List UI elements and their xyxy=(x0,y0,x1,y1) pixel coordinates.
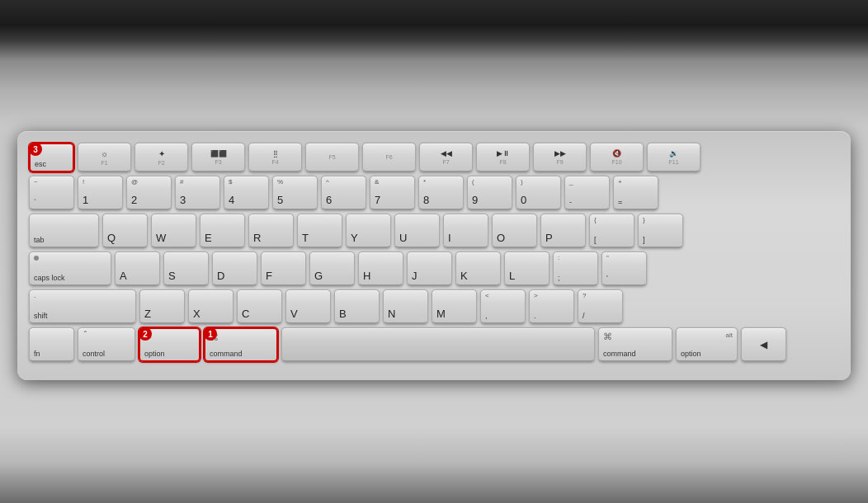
f3-label: F3 xyxy=(215,159,221,165)
f8-key[interactable]: ▶⏸ F8 xyxy=(476,143,530,172)
o-key[interactable]: O xyxy=(492,214,537,248)
f3-key[interactable]: ⬛⬛ F3 xyxy=(191,143,245,172)
z-key[interactable]: Z xyxy=(139,289,185,324)
f11-key[interactable]: 🔉 F11 xyxy=(647,143,701,172)
shift-left-key[interactable]: shift - xyxy=(29,289,136,324)
caret-label: ^ xyxy=(326,179,329,186)
f10-key[interactable]: 🔇 F10 xyxy=(590,143,644,172)
6-label: 6 xyxy=(326,194,332,206)
dollar-label: $ xyxy=(229,179,232,186)
f9-key[interactable]: ▶▶ F9 xyxy=(533,143,587,172)
esc-key[interactable]: 3 esc xyxy=(29,143,74,172)
f1-key[interactable]: ☼ F1 xyxy=(78,143,131,172)
w-key[interactable]: W xyxy=(151,214,196,248)
fn-label: fn xyxy=(34,350,40,358)
slash-key[interactable]: ? / xyxy=(578,289,623,324)
4-label: 4 xyxy=(229,194,234,206)
1-key[interactable]: ! 1 xyxy=(78,176,123,210)
minus-label: - xyxy=(569,199,572,206)
arrow-left-key[interactable]: ◀ xyxy=(741,327,786,362)
g-key[interactable]: G xyxy=(309,252,355,286)
lbracket-key[interactable]: { [ xyxy=(589,214,634,248)
x-key[interactable]: X xyxy=(188,289,234,324)
command-left-key[interactable]: 1 ⌘ command xyxy=(204,327,278,362)
f9-icon: ▶▶ xyxy=(554,149,566,157)
2-label: 2 xyxy=(131,194,137,206)
capslock-key[interactable]: caps lock xyxy=(29,252,111,286)
3-key[interactable]: # 3 xyxy=(175,176,220,210)
k-key[interactable]: K xyxy=(455,252,501,286)
equals-key[interactable]: + = xyxy=(613,176,658,210)
control-key[interactable]: ⌃ control xyxy=(78,327,135,362)
f6-key[interactable]: F6 xyxy=(362,143,416,172)
tab-label: tab xyxy=(34,237,45,244)
0-key[interactable]: ) 0 xyxy=(516,176,561,210)
badge-1: 1 xyxy=(204,327,217,341)
qwerty-row: tab Q W E R T Y U I O P { [ } ] xyxy=(29,214,839,248)
5-key[interactable]: % 5 xyxy=(272,176,318,210)
e-key[interactable]: E xyxy=(200,214,245,248)
l-key[interactable]: L xyxy=(504,252,550,286)
quote-key[interactable]: " ' xyxy=(601,252,647,286)
option-right-key[interactable]: alt option xyxy=(676,327,738,362)
backtick-label: ` xyxy=(34,199,36,206)
option-right-label: option xyxy=(681,350,701,358)
asdf-row: caps lock A S D F G H J K L : ; " ' xyxy=(29,252,839,286)
shift-tilde-label: - xyxy=(34,293,36,300)
a-key[interactable]: A xyxy=(115,252,160,286)
option-left-key[interactable]: 2 alt option xyxy=(139,327,200,362)
semicolon-key[interactable]: : ; xyxy=(553,252,598,286)
exclaim-label: ! xyxy=(83,179,84,186)
at-label: @ xyxy=(131,179,138,186)
command-right-key[interactable]: ⌘ command xyxy=(598,327,672,362)
f1-icon: ☼ xyxy=(101,149,108,158)
f5-label: F5 xyxy=(328,154,335,160)
shift-label: shift xyxy=(34,313,48,320)
m-key[interactable]: M xyxy=(432,289,477,324)
minus-key[interactable]: _ - xyxy=(564,176,610,210)
capslock-label: caps lock xyxy=(34,275,65,282)
equals-label: = xyxy=(618,199,622,206)
control-label: control xyxy=(83,350,105,358)
number-row: ~ ` ! 1 @ 2 # 3 $ 4 % 5 xyxy=(29,176,839,210)
b-key[interactable]: B xyxy=(334,289,380,324)
p-key[interactable]: P xyxy=(540,214,586,248)
h-key[interactable]: H xyxy=(358,252,403,286)
t-key[interactable]: T xyxy=(297,214,342,248)
y-key[interactable]: Y xyxy=(346,214,391,248)
u-key[interactable]: U xyxy=(394,214,440,248)
comma-key[interactable]: < , xyxy=(480,289,526,324)
option-alt-right: alt xyxy=(726,331,733,339)
v-key[interactable]: V xyxy=(285,289,331,324)
i-key[interactable]: I xyxy=(443,214,488,248)
8-key[interactable]: * 8 xyxy=(418,176,464,210)
backtick-key[interactable]: ~ ` xyxy=(29,176,74,210)
f2-label: F2 xyxy=(158,160,164,166)
4-key[interactable]: $ 4 xyxy=(224,176,269,210)
j-key[interactable]: J xyxy=(407,252,452,286)
f11-label: F11 xyxy=(668,159,678,165)
f7-label: F7 xyxy=(442,159,449,165)
f7-key[interactable]: ◀◀ F7 xyxy=(419,143,473,172)
f-key[interactable]: F xyxy=(261,252,306,286)
q-key[interactable]: Q xyxy=(102,214,148,248)
2-key[interactable]: @ 2 xyxy=(126,176,172,210)
hash-label: # xyxy=(180,179,183,186)
f4-icon: ⣿ xyxy=(273,150,278,157)
6-key[interactable]: ^ 6 xyxy=(321,176,366,210)
f5-key[interactable]: F5 xyxy=(305,143,359,172)
rbracket-key[interactable]: } ] xyxy=(638,214,683,248)
fn-key[interactable]: fn xyxy=(29,327,74,362)
period-key[interactable]: > . xyxy=(529,289,574,324)
7-key[interactable]: & 7 xyxy=(370,176,415,210)
f2-key[interactable]: ✦ F2 xyxy=(134,143,188,172)
9-key[interactable]: ( 9 xyxy=(467,176,512,210)
d-key[interactable]: D xyxy=(212,252,257,286)
r-key[interactable]: R xyxy=(248,214,294,248)
s-key[interactable]: S xyxy=(163,252,209,286)
tab-key[interactable]: tab xyxy=(29,214,99,248)
c-key[interactable]: C xyxy=(237,289,282,324)
spacebar-key[interactable] xyxy=(281,327,595,362)
n-key[interactable]: N xyxy=(383,289,428,324)
f4-key[interactable]: ⣿ F4 xyxy=(248,143,302,172)
